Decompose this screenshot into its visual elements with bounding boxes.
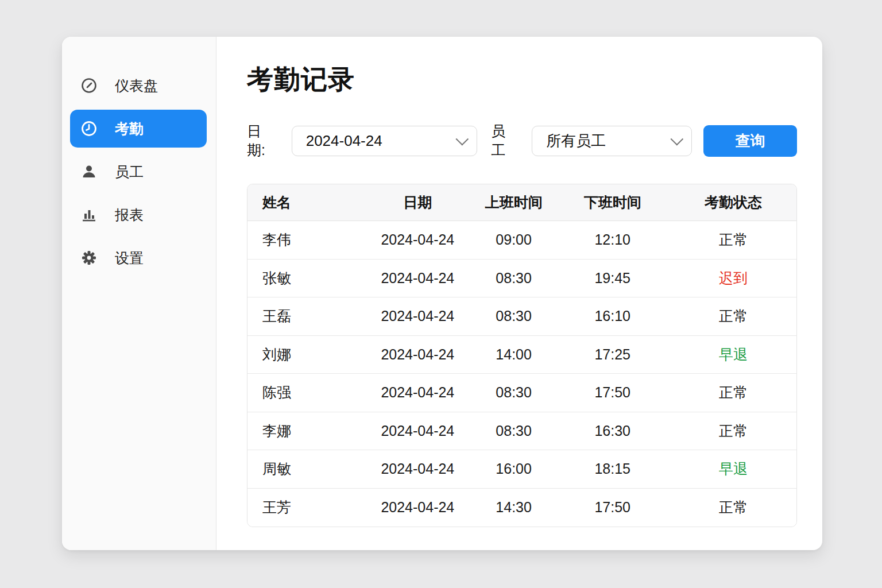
cell-name: 李娜	[247, 421, 363, 440]
cell-status: 早退	[670, 459, 796, 478]
cell-status: 正常	[670, 383, 796, 402]
dashboard-icon	[80, 77, 98, 94]
date-select[interactable]: 2024-04-24	[292, 126, 478, 156]
cell-check-in: 08:30	[473, 384, 555, 401]
sidebar-item-0[interactable]: 仪表盘	[70, 67, 207, 105]
cell-check-in: 08:30	[473, 423, 555, 439]
cell-name: 陈强	[247, 383, 363, 402]
sidebar-item-3[interactable]: 报表	[70, 196, 207, 234]
table-row-3: 刘娜2024-04-2414:0017:25早退	[247, 336, 796, 374]
table-row-4: 陈强2024-04-2408:3017:50正常	[247, 374, 796, 412]
sidebar-item-label: 考勤	[115, 119, 144, 138]
chevron-down-icon	[670, 133, 683, 146]
column-header-1: 日期	[363, 193, 473, 212]
filter-bar: 日期: 2024-04-24 员工 所有员工 查询	[247, 122, 797, 160]
cell-status: 正常	[670, 307, 796, 326]
sidebar-item-4[interactable]: 设置	[70, 239, 207, 277]
cell-status: 迟到	[670, 269, 796, 288]
employee-filter-label: 员工	[491, 122, 519, 160]
cell-date: 2024-04-24	[363, 270, 473, 287]
cell-name: 周敏	[247, 459, 363, 478]
cell-name: 王磊	[247, 307, 363, 326]
cell-date: 2024-04-24	[363, 499, 473, 516]
cell-check-in: 14:30	[473, 499, 555, 516]
sidebar-item-label: 报表	[115, 206, 144, 225]
cell-status: 正常	[670, 421, 796, 440]
table-row-6: 周敏2024-04-2416:0018:15早退	[247, 450, 796, 489]
sidebar-item-label: 设置	[115, 249, 144, 268]
cell-date: 2024-04-24	[363, 384, 473, 401]
table-row-5: 李娜2024-04-2408:3016:30正常	[247, 412, 796, 451]
column-header-3: 下班时间	[555, 193, 670, 212]
cell-check-out: 12:10	[555, 231, 670, 248]
chevron-down-icon	[456, 133, 469, 146]
cell-check-out: 16:10	[555, 308, 670, 324]
cell-check-out: 18:15	[555, 461, 670, 477]
cell-name: 李伟	[247, 230, 363, 249]
bar-chart-icon	[80, 206, 98, 223]
table-header-row: 姓名日期上班时间下班时间考勤状态	[247, 184, 796, 221]
cell-check-in: 08:30	[473, 308, 555, 324]
cell-check-in: 14:00	[473, 346, 555, 363]
employee-select[interactable]: 所有员工	[532, 126, 692, 156]
sidebar-item-1[interactable]: 考勤	[70, 110, 207, 148]
sidebar-item-label: 仪表盘	[115, 76, 158, 95]
cell-date: 2024-04-24	[363, 346, 473, 363]
attendance-app-window: 仪表盘考勤员工报表设置 考勤记录 日期: 2024-04-24 员工 所有员工 …	[62, 37, 822, 550]
cell-status: 早退	[670, 345, 796, 364]
cell-check-out: 16:30	[555, 423, 670, 439]
cell-check-out: 19:45	[555, 270, 670, 287]
cell-check-out: 17:50	[555, 384, 670, 401]
clock-icon	[80, 120, 98, 137]
cell-check-out: 17:50	[555, 499, 670, 516]
table-row-2: 王磊2024-04-2408:3016:10正常	[247, 297, 796, 336]
table-row-1: 张敏2024-04-2408:3019:45迟到	[247, 260, 796, 298]
cell-name: 刘娜	[247, 345, 363, 364]
sidebar: 仪表盘考勤员工报表设置	[62, 37, 216, 550]
column-header-4: 考勤状态	[670, 193, 796, 212]
cell-check-in: 09:00	[473, 231, 555, 248]
cell-date: 2024-04-24	[363, 423, 473, 439]
employee-select-value: 所有员工	[546, 131, 606, 151]
table-row-0: 李伟2024-04-2409:0012:10正常	[247, 221, 796, 260]
sidebar-item-label: 员工	[115, 163, 144, 181]
column-header-2: 上班时间	[473, 193, 555, 212]
gear-icon	[80, 249, 98, 266]
main-content: 考勤记录 日期: 2024-04-24 员工 所有员工 查询 姓名日期上班时间下…	[216, 37, 822, 550]
date-select-value: 2024-04-24	[306, 132, 382, 150]
user-icon	[80, 163, 98, 180]
cell-name: 王芳	[247, 498, 363, 517]
table-row-7: 王芳2024-04-2414:3017:50正常	[247, 489, 796, 527]
query-button[interactable]: 查询	[703, 125, 797, 157]
sidebar-item-2[interactable]: 员工	[70, 153, 207, 191]
date-filter-label: 日期:	[247, 122, 279, 160]
cell-status: 正常	[670, 498, 796, 517]
cell-check-in: 16:00	[473, 461, 555, 477]
cell-date: 2024-04-24	[363, 461, 473, 477]
column-header-0: 姓名	[247, 193, 363, 212]
page-title: 考勤记录	[247, 62, 797, 98]
cell-name: 张敏	[247, 269, 363, 288]
cell-check-out: 17:25	[555, 346, 670, 363]
cell-status: 正常	[670, 230, 796, 249]
cell-date: 2024-04-24	[363, 231, 473, 248]
cell-check-in: 08:30	[473, 270, 555, 287]
cell-date: 2024-04-24	[363, 308, 473, 324]
attendance-table: 姓名日期上班时间下班时间考勤状态李伟2024-04-2409:0012:10正常…	[247, 184, 797, 527]
